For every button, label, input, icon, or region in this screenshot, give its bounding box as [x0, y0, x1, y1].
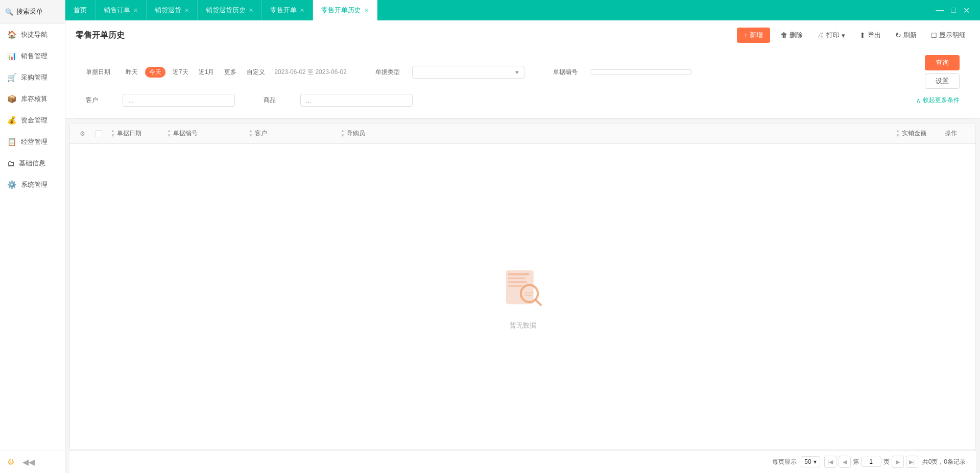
settings-button[interactable]: 设置 [925, 73, 960, 89]
refresh-icon: ↻ [895, 31, 901, 39]
sidebar-item-basic-info[interactable]: 🗂 基础信息 [0, 153, 65, 174]
last-month-btn[interactable]: 近1月 [196, 67, 218, 78]
type-select[interactable]: ▾ [412, 66, 524, 79]
tab-sales-return[interactable]: 销货退货 ✕ [147, 0, 198, 20]
add-button[interactable]: + 新增 [737, 28, 770, 43]
customer-input[interactable]: ... [123, 94, 235, 107]
sidebar-item-operations[interactable]: 📋 经营管理 [0, 131, 65, 153]
sidebar-item-sys-mgmt[interactable]: ⚙️ 系统管理 [0, 174, 65, 195]
query-button[interactable]: 查询 [925, 55, 960, 70]
window-minimize[interactable]: — [934, 5, 946, 16]
folder-icon: 🗂 [7, 159, 15, 168]
next-page-btn[interactable]: ▶ [892, 456, 904, 468]
tab-retail-open-hist[interactable]: 零售开单历史 ✕ [313, 0, 377, 20]
page-suffix: 页 [883, 458, 890, 466]
page-header: 零售开单历史 + 新增 🗑 删除 🖨 打印 ▾ ⬆ [65, 20, 980, 119]
sidebar-search[interactable]: 🔍 搜索采单 [0, 0, 65, 24]
th-actions-label: 操作 [945, 129, 957, 138]
tab-retail-open[interactable]: 零售开单 ✕ [262, 0, 313, 20]
th-check[interactable] [90, 130, 107, 137]
tab-retail-open-label: 零售开单 [270, 6, 297, 15]
per-page-select[interactable]: 50 ▾ [801, 456, 820, 467]
collapse-icon[interactable]: ◀◀ [22, 457, 35, 467]
tab-sales-order[interactable]: 销售订单 ✕ [95, 0, 147, 20]
tab-sales-return-hist-close[interactable]: ✕ [249, 7, 253, 14]
display-toggle[interactable]: ☐ 显示明细 [927, 29, 970, 42]
delete-label: 删除 [790, 31, 803, 40]
collapse-btn[interactable]: ∧ 收起更多条件 [916, 96, 960, 105]
sidebar-item-label: 基础信息 [19, 159, 45, 168]
export-icon: ⬆ [859, 31, 866, 39]
print-label: 打印 [826, 31, 840, 40]
date-options: 昨天 今天 近7天 近1月 更多 自定义 2023-06-02 至 2023-0… [123, 67, 347, 78]
prev-page-btn[interactable]: ◀ [839, 456, 851, 468]
refresh-label: 刷新 [903, 31, 917, 40]
sidebar-item-finance[interactable]: 💰 资金管理 [0, 110, 65, 131]
first-page-btn[interactable]: |◀ [824, 456, 836, 468]
today-btn[interactable]: 今天 [145, 67, 165, 78]
window-maximize[interactable]: □ [949, 5, 958, 16]
table-container: ⚙ ▲▼ 单据日期 ▲▼ 单据编号 ▲▼ 客户 ▲▼ 导 [69, 123, 976, 450]
order-no-input[interactable] [590, 69, 692, 74]
order-no-label: 单据编号 [553, 68, 582, 77]
sidebar-item-label: 资金管理 [21, 116, 47, 125]
settings-bottom-icon[interactable]: ⚙ [7, 457, 14, 467]
th-settings[interactable]: ⚙ [74, 130, 90, 137]
filter-row-1: 单据日期 昨天 今天 近7天 近1月 更多 自定义 2023-06-02 至 2… [86, 55, 960, 89]
tab-retail-open-close[interactable]: ✕ [300, 7, 304, 14]
empty-icon [497, 264, 548, 315]
cart-icon: 🛒 [7, 73, 17, 82]
sidebar-item-label: 销售管理 [21, 52, 47, 61]
sidebar-bottom: ⚙ ◀◀ [0, 451, 65, 473]
export-button[interactable]: ⬆ 导出 [855, 29, 885, 42]
chart-icon: 📊 [7, 52, 17, 61]
sidebar-item-label: 系统管理 [21, 180, 47, 189]
more-btn[interactable]: 更多 [221, 67, 240, 78]
sidebar-item-quick-nav[interactable]: 🏠 快捷导航 [0, 24, 65, 45]
tab-home[interactable]: 首页 [65, 0, 95, 20]
svg-rect-2 [508, 277, 524, 279]
empty-state: 暂无数据 [70, 144, 975, 450]
delete-button[interactable]: 🗑 删除 [776, 29, 807, 42]
sidebar-nav: 🏠 快捷导航 📊 销售管理 🛒 采购管理 📦 库存核算 💰 资金管理 📋 经营管… [0, 24, 65, 451]
tab-sales-return-close[interactable]: ✕ [184, 7, 189, 14]
customer-label: 客户 [86, 96, 114, 105]
money-icon: 💰 [7, 116, 17, 125]
tab-home-label: 首页 [74, 6, 87, 15]
custom-btn[interactable]: 自定义 [244, 67, 268, 78]
home-icon: 🏠 [7, 30, 17, 39]
last7-btn[interactable]: 近7天 [170, 67, 192, 78]
th-actions: 操作 [930, 129, 971, 138]
refresh-button[interactable]: ↻ 刷新 [891, 29, 921, 42]
th-salesperson[interactable]: ▲▼ 导购员 [337, 129, 398, 138]
print-button[interactable]: 🖨 打印 ▾ [813, 29, 849, 42]
sidebar-item-purchase-mgmt[interactable]: 🛒 采购管理 [0, 67, 65, 88]
th-order[interactable]: ▲▼ 单据编号 [163, 129, 245, 138]
sidebar-item-inventory[interactable]: 📦 库存核算 [0, 88, 65, 110]
sidebar-item-sales-mgmt[interactable]: 📊 销售管理 [0, 45, 65, 67]
th-customer[interactable]: ▲▼ 客户 [245, 129, 337, 138]
tab-sales-order-close[interactable]: ✕ [133, 7, 138, 14]
sidebar-item-label: 库存核算 [21, 94, 47, 104]
last-page-btn[interactable]: ▶| [906, 456, 918, 468]
add-button-label: + 新增 [744, 31, 763, 40]
tab-sales-return-hist[interactable]: 销货退货历史 ✕ [198, 0, 262, 20]
th-salesperson-label: 导购员 [347, 129, 365, 138]
th-date[interactable]: ▲▼ 单据日期 [107, 129, 163, 138]
header-checkbox[interactable] [95, 130, 102, 137]
delete-icon: 🗑 [780, 31, 787, 39]
page-number-input[interactable] [861, 457, 881, 467]
per-page-value: 50 [804, 458, 811, 465]
print-arrow: ▾ [842, 32, 845, 39]
date-range-display: 2023-06-02 至 2023-06-02 [274, 68, 346, 77]
goods-input[interactable]: ... [300, 94, 413, 107]
window-close[interactable]: ✕ [961, 5, 972, 16]
tabs-right: — □ ✕ [934, 5, 980, 16]
page-nav: |◀ ◀ 第 页 ▶ ▶| [824, 456, 918, 468]
tab-retail-open-hist-close[interactable]: ✕ [364, 7, 369, 14]
display-label: 显示明细 [939, 31, 966, 40]
th-amount[interactable]: ▲▼ 实销金额 [398, 129, 930, 138]
main-area: 首页 销售订单 ✕ 销货退货 ✕ 销货退货历史 ✕ 零售开单 ✕ 零售开单历史 … [65, 0, 980, 473]
yesterday-btn[interactable]: 昨天 [123, 67, 141, 78]
tab-retail-open-hist-label: 零售开单历史 [321, 6, 361, 15]
